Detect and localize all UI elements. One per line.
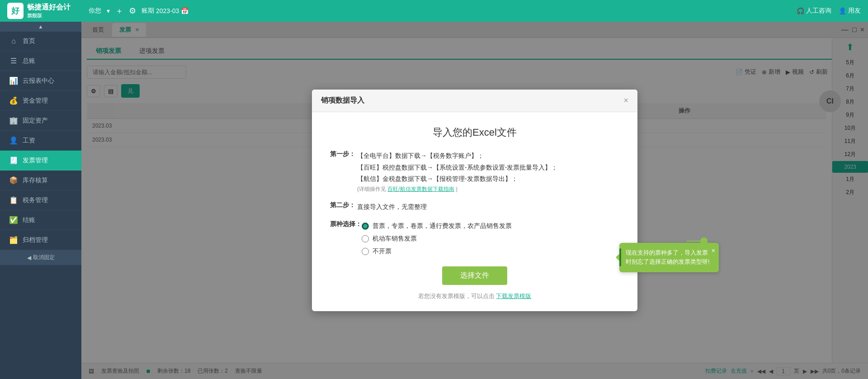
cloud-report-icon: 📊	[9, 76, 18, 85]
add-icon[interactable]: ＋	[115, 5, 123, 16]
modal-title: 销项数据导入	[321, 96, 364, 105]
modal-overlay: 销项数据导入 × 导入您的Excel文件 第一步： 【全电平台】数据下载→【税务…	[81, 22, 868, 379]
app-name: 畅捷通好会计	[27, 3, 71, 12]
radio-no-ticket[interactable]: 不开票	[362, 247, 512, 256]
step1-hint: (详细操作见 百旺/航信发票数据下载指南 )	[357, 185, 619, 194]
radio-no-ticket-input[interactable]	[362, 248, 369, 255]
invoice-icon: 🧾	[9, 156, 18, 165]
app-edition: 旗舰版	[27, 12, 71, 19]
step2-content: 直接导入文件，无需整理	[357, 201, 619, 213]
ledger-icon: ☰	[9, 57, 18, 65]
top-bar-right: 🎧 人工咨询 👤 用友	[797, 7, 861, 15]
inventory-icon: 📦	[9, 176, 18, 185]
modal-close-button[interactable]: ×	[623, 96, 628, 105]
cancel-pin-icon: ◀	[27, 255, 31, 261]
tooltip-close[interactable]: ×	[712, 246, 715, 256]
ticket-label: 票种选择：	[330, 220, 362, 228]
home-icon: ⌂	[9, 37, 18, 45]
headphone-icon: 🎧	[797, 7, 804, 14]
radio-vehicle[interactable]: 机动车销售发票	[362, 235, 512, 243]
sidebar-item-salary[interactable]: 👤 工资	[0, 131, 81, 151]
settle-icon: ✅	[9, 216, 18, 224]
tax-icon: 📋	[9, 196, 18, 204]
select-file-button[interactable]: 选择文件	[442, 266, 507, 285]
calendar-icon[interactable]: 📅	[181, 7, 189, 14]
sidebar-item-settle[interactable]: ✅ 结账	[0, 210, 81, 230]
sidebar-item-tax[interactable]: 📋 税务管理	[0, 190, 81, 210]
modal-header: 销项数据导入 ×	[312, 90, 637, 112]
step1-content: 【全电平台】数据下载→【税务数字账户】； 【百旺】税控盘数据下载→【系统设置-系…	[357, 150, 619, 194]
consult-button[interactable]: 🎧 人工咨询	[797, 7, 831, 15]
download-template-link[interactable]: 下载发票模版	[496, 293, 531, 299]
tooltip-bar	[619, 248, 621, 266]
sidebar-item-home[interactable]: ⌂ 首页	[0, 32, 81, 51]
step1-label: 第一步：	[330, 150, 357, 158]
radio-common-input[interactable]	[362, 223, 369, 230]
tooltip-text: 现在支持的票种多了，导入发票时别忘了选择正确的发票类型呀!	[626, 249, 710, 265]
period-display: 账期 2023-03 📅	[142, 7, 189, 15]
fund-icon: 💰	[9, 96, 18, 105]
tooltip-connector-dot	[700, 237, 708, 245]
step1-row: 第一步： 【全电平台】数据下载→【税务数字账户】； 【百旺】税控盘数据下载→【系…	[330, 150, 619, 194]
radio-group: 普票，专票，卷票，通行费发票，农产品销售发票 机动车销售发票 不开票	[362, 222, 512, 256]
sidebar: ▲ ⌂ 首页 ☰ 总账 📊 云报表中心 💰 资金管理 🏢 固定资产 👤 工资 🧾…	[0, 22, 81, 379]
radio-common[interactable]: 普票，专票，卷票，通行费发票，农产品销售发票	[362, 222, 512, 230]
ticket-row: 票种选择： 普票，专票，卷票，通行费发票，农产品销售发票 机动车销售发票 不开票	[330, 220, 619, 256]
import-modal: 销项数据导入 × 导入您的Excel文件 第一步： 【全电平台】数据下载→【税务…	[312, 90, 637, 311]
modal-main-title: 导入您的Excel文件	[330, 126, 619, 139]
fixed-asset-icon: 🏢	[9, 116, 18, 125]
sidebar-item-fund[interactable]: 💰 资金管理	[0, 91, 81, 111]
tooltip-bubble: × 现在支持的票种多了，导入发票时别忘了选择正确的发票类型呀!	[619, 243, 719, 273]
top-bar: 好 畅捷通好会计 旗舰版 你您 ▾ ＋ ⚙ 账期 2023-03 📅 🎧 人工咨…	[0, 0, 868, 22]
sidebar-item-fixed-asset[interactable]: 🏢 固定资产	[0, 111, 81, 131]
sidebar-item-invoice[interactable]: 🧾 发票管理	[0, 151, 81, 171]
sidebar-item-cloud-report[interactable]: 📊 云报表中心	[0, 71, 81, 91]
archive-icon: 🗂️	[9, 236, 18, 244]
step1-guide-link[interactable]: 百旺/航信发票数据下载指南	[387, 186, 454, 192]
period-value: 2023-03	[156, 7, 179, 14]
modal-body: 导入您的Excel文件 第一步： 【全电平台】数据下载→【税务数字账户】； 【百…	[312, 112, 637, 311]
sidebar-item-inventory[interactable]: 📦 库存核算	[0, 171, 81, 190]
top-bar-center: 你您 ▾ ＋ ⚙ 账期 2023-03 📅	[89, 5, 797, 16]
step1-line-3: 【航信】金税盘数据下载→【报税管理-发票数据导出】；	[357, 173, 619, 185]
sidebar-item-archive[interactable]: 🗂️ 归档管理	[0, 230, 81, 250]
period-label: 账期	[142, 7, 154, 15]
salary-icon: 👤	[9, 136, 18, 145]
sidebar-scroll-up[interactable]: ▲	[0, 22, 81, 32]
sidebar-cancel-pin[interactable]: ◀ 取消固定	[0, 250, 81, 265]
sidebar-item-ledger[interactable]: ☰ 总账	[0, 51, 81, 71]
entity-name: 你您	[89, 7, 101, 15]
radio-vehicle-input[interactable]	[362, 235, 369, 242]
step1-line-2: 【百旺】税控盘数据下载→【系统设置-系统参数设置-发票批量导入】；	[357, 162, 619, 173]
step1-line-1: 【全电平台】数据下载→【税务数字账户】；	[357, 150, 619, 161]
app-logo: 好 畅捷通好会计 旗舰版	[7, 3, 89, 19]
user-menu[interactable]: 👤 用友	[839, 7, 861, 15]
tooltip-connector-line	[687, 241, 700, 242]
settings-icon[interactable]: ⚙	[129, 6, 136, 16]
step2-row: 第二步： 直接导入文件，无需整理	[330, 201, 619, 213]
logo-icon: 好	[7, 3, 24, 19]
entity-dropdown-icon[interactable]: ▾	[107, 7, 110, 14]
modal-footer: 若您没有发票模版，可以点击 下载发票模版	[330, 292, 619, 300]
step2-label: 第二步：	[330, 201, 357, 209]
user-icon: 👤	[839, 7, 846, 14]
